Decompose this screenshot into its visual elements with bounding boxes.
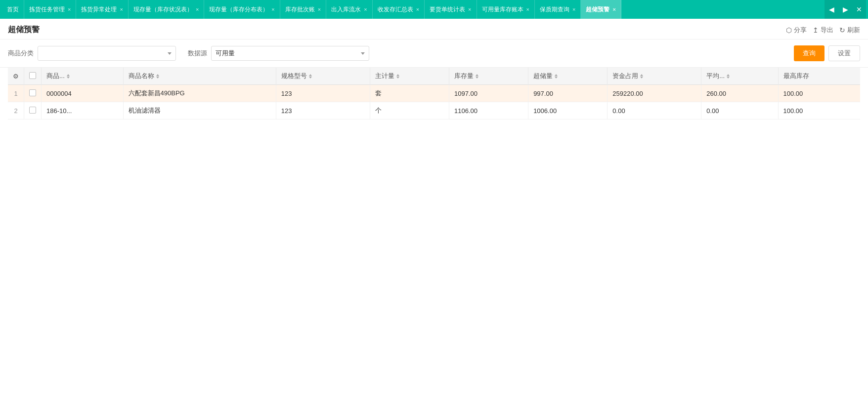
sort-icon-avg [727,74,730,79]
refresh-icon: ↻ [839,26,845,34]
close-icon-overstock[interactable]: × [612,6,615,12]
cell-product-code-1: 0000004 [42,85,124,102]
cell-capital-2: 0.00 [608,102,701,119]
nav-tab-abnormal[interactable]: 拣货异常处理 × [76,0,128,19]
column-unit-label: 主计量 [375,72,394,80]
data-source-label: 数据源 [188,49,207,58]
export-button[interactable]: ↥ 导出 [813,26,833,35]
nav-tab-home-label: 首页 [7,5,19,14]
row-checkbox-2[interactable] [24,102,42,119]
nav-arrow-left[interactable]: ◀ [825,0,838,19]
column-overstock[interactable]: 超储量 [528,68,608,85]
nav-tab-available-label: 可用量库存账本 [482,5,523,14]
close-icon-quality[interactable]: × [572,6,575,12]
column-product-code-label: 商品... [46,72,65,80]
nav-tab-order-stat-label: 要货单统计表 [430,5,465,14]
close-icon-stock-status[interactable]: × [196,6,199,12]
nav-tab-quality[interactable]: 保质期查询 × [535,0,581,19]
export-label: 导出 [821,26,833,35]
cell-product-name-2: 机油滤清器 [123,102,276,119]
nav-tab-stock-status[interactable]: 现存量（库存状况表） × [129,0,204,19]
nav-tab-order-stat[interactable]: 要货单统计表 × [425,0,477,19]
column-spec[interactable]: 规格型号 [276,68,370,85]
cell-stock-1: 1097.00 [449,85,528,102]
sort-icon-spec [309,74,312,79]
cell-spec-2: 123 [276,102,370,119]
sort-icon-overstock [555,74,558,79]
cell-product-code-2: 186-10... [42,102,124,119]
nav-arrow-close[interactable]: ✕ [852,0,866,19]
sort-icon-capital [640,74,643,79]
filter-row: 商品分类 数据源 可用量 查询 设置 [0,40,868,68]
column-stock[interactable]: 库存量 [449,68,528,85]
share-button[interactable]: ⬡ 分享 [786,26,807,35]
row-checkbox-1[interactable] [24,85,42,102]
overstock-table: ⚙ 商品... [8,68,860,119]
nav-tab-quality-label: 保质期查询 [540,5,569,14]
nav-arrow-right[interactable]: ▶ [838,0,852,19]
data-source-filter: 数据源 可用量 [188,46,369,61]
close-icon-available[interactable]: × [526,6,529,12]
settings-button[interactable]: 设置 [828,45,860,61]
close-icon-inout[interactable]: × [364,6,367,12]
product-category-select[interactable] [38,46,176,61]
cell-max-stock-1: 100.00 [778,85,860,102]
close-icon-task[interactable]: × [68,6,71,12]
nav-tab-inout[interactable]: 出入库流水 × [326,0,372,19]
select-all-checkbox[interactable] [29,72,36,79]
sort-arrow-up3 [309,74,312,76]
column-product-code[interactable]: 商品... [42,68,124,85]
export-icon: ↥ [813,26,819,34]
row-num-1: 1 [8,85,24,102]
top-navigation: 首页 拣货任务管理 × 拣货异常处理 × 现存量（库存状况表） × 现存量（库存… [0,0,868,19]
sort-arrow-up6 [555,74,558,76]
cell-unit-2: 个 [370,102,449,119]
page-header: 超储预警 ⬡ 分享 ↥ 导出 ↻ 刷新 [0,19,868,40]
nav-tab-collect[interactable]: 收发存汇总表 × [373,0,425,19]
nav-tab-overstock[interactable]: 超储预警 × [581,0,621,19]
page-container: 超储预警 ⬡ 分享 ↥ 导出 ↻ 刷新 商品分类 数据源 [0,19,868,395]
cell-overstock-1: 997.00 [528,85,608,102]
column-product-name[interactable]: 商品名称 [123,68,276,85]
column-stock-label: 库存量 [454,72,474,80]
column-settings[interactable]: ⚙ [8,68,24,85]
nav-tab-batch-label: 库存批次账 [285,5,315,14]
column-unit[interactable]: 主计量 [370,68,449,85]
sort-arrow-down5 [476,77,478,79]
table-container: ⚙ 商品... [0,68,868,127]
sort-icon-stock [476,74,478,79]
cell-avg-1: 260.00 [701,85,778,102]
close-icon-batch[interactable]: × [318,6,321,12]
nav-tab-stock-status-label: 现存量（库存状况表） [133,5,193,14]
row-checkbox-icon-2[interactable] [29,107,36,114]
close-icon-collect[interactable]: × [416,6,419,12]
column-avg-label: 平均... [706,72,725,80]
column-capital[interactable]: 资金占用 [608,68,701,85]
row-num-2: 2 [8,102,24,119]
sort-arrow-up7 [640,74,643,76]
row-checkbox-icon-1[interactable] [29,89,36,96]
column-avg[interactable]: 平均... [701,68,778,85]
nav-arrows-container: ◀ ▶ ✕ [825,0,866,19]
nav-tab-batch[interactable]: 库存批次账 × [280,0,326,19]
nav-tab-task[interactable]: 拣货任务管理 × [24,0,76,19]
close-icon-stock-dist[interactable]: × [271,6,274,12]
query-button[interactable]: 查询 [794,45,825,61]
column-checkbox-header [24,68,42,85]
column-product-name-label: 商品名称 [129,72,154,80]
nav-tab-available[interactable]: 可用量库存账本 × [477,0,535,19]
nav-tab-stock-dist[interactable]: 现存量（库存分布表） × [204,0,280,19]
cell-spec-1: 123 [276,85,370,102]
share-label: 分享 [794,26,807,35]
data-source-select[interactable]: 可用量 [211,46,369,61]
refresh-button[interactable]: ↻ 刷新 [839,26,860,35]
header-actions: ⬡ 分享 ↥ 导出 ↻ 刷新 [786,26,860,35]
column-overstock-label: 超储量 [533,72,553,80]
nav-tab-collect-label: 收发存汇总表 [378,5,413,14]
filter-action-buttons: 查询 设置 [794,45,860,61]
nav-tab-home[interactable]: 首页 [2,0,24,19]
close-icon-abnormal[interactable]: × [120,6,123,12]
close-icon-order-stat[interactable]: × [468,6,471,12]
sort-arrow-down8 [727,77,730,79]
nav-tab-abnormal-label: 拣货异常处理 [81,5,117,14]
